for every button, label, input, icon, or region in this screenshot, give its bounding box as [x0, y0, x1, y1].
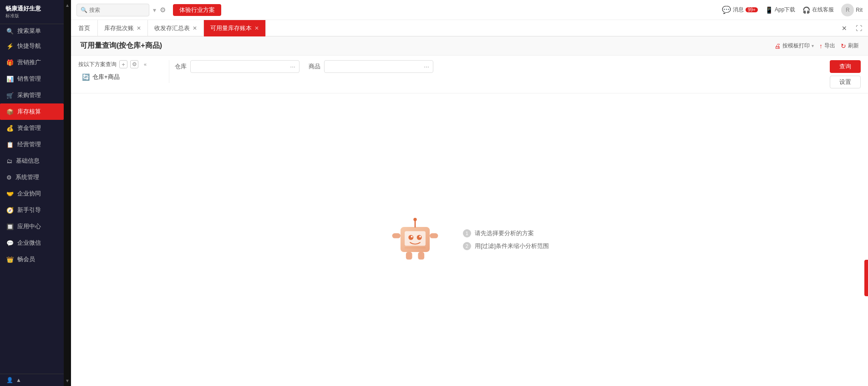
topbar-right: 💬 消息 99+ 📱 App下载 🎧 在线客服 R Rit [722, 4, 863, 16]
app-icon: 📱 [765, 6, 773, 14]
scheme-collapse-button[interactable]: « [141, 60, 149, 68]
svg-point-5 [419, 236, 421, 237]
sidebar-item-label: 基础信息 [16, 157, 40, 165]
topbar-chevron[interactable]: ▾ [153, 6, 156, 14]
sidebar-item-label: 快捷导航 [17, 42, 41, 50]
sidebar-item-apps[interactable]: 🔲 应用中心 [0, 218, 64, 235]
search-icon: 🔍 [81, 7, 87, 13]
message-icon: 💬 [722, 5, 731, 14]
sidebar-item-finance[interactable]: 💰 资金管理 [0, 120, 64, 136]
sidebar: 畅康通好生意 标准版 🔍 搜索菜单 ⚡ 快捷导航 🎁 营销推广 📊 销售管理 🛒… [0, 0, 64, 386]
topbar-message[interactable]: 💬 消息 99+ [722, 5, 758, 14]
scroll-up-arrow[interactable]: ▲ [64, 2, 71, 9]
svg-rect-10 [406, 252, 412, 260]
query-field-warehouse: 仓库 ··· [175, 60, 299, 73]
purchase-icon: 🛒 [6, 92, 14, 99]
industry-solution-button[interactable]: 体验行业方案 [173, 4, 221, 16]
sidebar-item-wechat[interactable]: 💬 企业微信 [0, 235, 64, 251]
marketing-icon: 🎁 [6, 59, 14, 66]
sidebar-item-system[interactable]: ⚙ 系统管理 [0, 169, 64, 185]
sidebar-scroll-up[interactable]: ▲ [16, 377, 21, 383]
svg-rect-11 [418, 252, 424, 260]
sidebar-item-inventory[interactable]: 📦 库存核算 [0, 103, 64, 120]
refresh-icon: ↻ [841, 42, 846, 50]
topbar-online-service[interactable]: 🎧 在线客服 [802, 6, 834, 14]
scheme-item-icon: 🔄 [82, 73, 90, 81]
tip-text-1: 请先选择要分析的方案 [475, 229, 534, 237]
tab-fullscreen-button[interactable]: ⛶ [853, 23, 864, 34]
tab-in-out-summary[interactable]: 收发存汇总表 ✕ [148, 20, 204, 36]
sidebar-item-label: 资金管理 [17, 124, 41, 132]
search-icon: 🔍 [6, 28, 14, 35]
export-icon: ↑ [819, 42, 822, 50]
query-fields: 仓库 ··· 商品 ··· [175, 60, 824, 73]
warehouse-input[interactable] [194, 63, 287, 70]
message-badge: 99+ [746, 7, 758, 12]
scheme-settings-button[interactable]: ⚙ [130, 60, 138, 68]
sidebar-item-label: 畅会员 [17, 255, 35, 263]
scheme-add-button[interactable]: + [119, 60, 127, 68]
scroll-down-arrow[interactable]: ▼ [64, 377, 71, 384]
guide-icon: 🧭 [6, 207, 14, 214]
empty-state: 1 请先选择要分析的方案 2 用[过滤]条件来缩小分析范围 [71, 93, 868, 386]
empty-tip-2: 2 用[过滤]条件来缩小分析范围 [463, 242, 549, 250]
warehouse-input-wrapper[interactable]: ··· [190, 60, 299, 73]
topbar-gear[interactable]: ⚙ [160, 6, 166, 14]
sidebar-item-label: 系统管理 [15, 173, 39, 181]
refresh-button[interactable]: ↻ 刷新 [841, 42, 859, 50]
print-button[interactable]: 🖨 按模板打印 ▾ [774, 42, 814, 50]
tab-available-inventory[interactable]: 可用量库存账本 ✕ [204, 20, 266, 36]
sidebar-item-label: 库存核算 [17, 108, 41, 116]
query-buttons: 查询 设置 [830, 60, 861, 88]
sidebar-item-marketing[interactable]: 🎁 营销推广 [0, 54, 64, 71]
query-button[interactable]: 查询 [830, 60, 861, 73]
sidebar-item-operations[interactable]: 📋 经营管理 [0, 136, 64, 153]
topbar-search[interactable]: 🔍 [76, 4, 149, 16]
product-dots-button[interactable]: ··· [424, 63, 429, 70]
tabsbar-actions: ✕ ⛶ [839, 23, 868, 34]
sidebar-item-enterprise[interactable]: 🤝 企业协同 [0, 185, 64, 202]
sidebar-bottom[interactable]: 👤 ▲ [0, 374, 64, 386]
inventory-icon: 📦 [6, 108, 14, 115]
tab-inventory-batch-close[interactable]: ✕ [137, 25, 141, 31]
tab-home[interactable]: 首页 [71, 20, 98, 36]
tab-inventory-batch[interactable]: 库存批次账 ✕ [98, 20, 148, 36]
query-scheme-header: 按以下方案查询 + ⚙ « [78, 60, 163, 68]
apps-icon: 🔲 [6, 223, 14, 230]
sidebar-item-sales[interactable]: 📊 销售管理 [0, 71, 64, 87]
query-area: 按以下方案查询 + ⚙ « 🔄 仓库+商品 仓库 ··· 商品 [71, 56, 868, 93]
sidebar-item-purchase[interactable]: 🛒 采购管理 [0, 87, 64, 103]
sidebar-item-label: 应用中心 [17, 222, 41, 231]
sidebar-item-quicknav[interactable]: ⚡ 快捷导航 [0, 38, 64, 54]
sidebar-item-member[interactable]: 👑 畅会员 [0, 251, 64, 268]
tab-in-out-summary-close[interactable]: ✕ [193, 25, 197, 31]
tab-available-inventory-close[interactable]: ✕ [254, 25, 259, 31]
tab-inventory-batch-label: 库存批次账 [104, 24, 134, 32]
scheme-item-warehouse-product[interactable]: 🔄 仓库+商品 [78, 71, 163, 83]
enterprise-icon: 🤝 [6, 190, 14, 197]
topbar-app-download[interactable]: 📱 App下载 [765, 6, 795, 14]
export-label: 导出 [824, 42, 835, 50]
product-input-wrapper[interactable]: ··· [324, 60, 433, 73]
empty-tips: 1 请先选择要分析的方案 2 用[过滤]条件来缩小分析范围 [463, 229, 549, 250]
query-scheme-panel: 按以下方案查询 + ⚙ « 🔄 仓库+商品 [78, 60, 169, 83]
sidebar-item-guide[interactable]: 🧭 新手引导 [0, 202, 64, 218]
app-title: 畅康通好生意 [5, 5, 58, 13]
sidebar-item-search[interactable]: 🔍 搜索菜单 [0, 24, 64, 38]
tab-close-all-button[interactable]: ✕ [839, 23, 850, 34]
product-label: 商品 [309, 62, 320, 71]
product-input[interactable] [328, 63, 421, 70]
quicknav-icon: ⚡ [6, 43, 14, 50]
print-label: 按模板打印 [782, 42, 810, 50]
export-button[interactable]: ↑ 导出 [819, 42, 835, 50]
username-label: Rit [856, 7, 863, 13]
app-subtitle: 标准版 [5, 13, 58, 19]
topbar-user[interactable]: R Rit [841, 4, 863, 16]
empty-state-content: 1 请先选择要分析的方案 2 用[过滤]条件来缩小分析范围 [390, 212, 549, 267]
warehouse-label: 仓库 [175, 62, 187, 71]
search-input[interactable] [89, 7, 135, 13]
warehouse-dots-button[interactable]: ··· [290, 63, 295, 70]
tab-in-out-summary-label: 收发存汇总表 [154, 24, 190, 32]
sidebar-item-base-info[interactable]: 🗂 基础信息 [0, 153, 64, 169]
settings-button[interactable]: 设置 [830, 76, 861, 88]
